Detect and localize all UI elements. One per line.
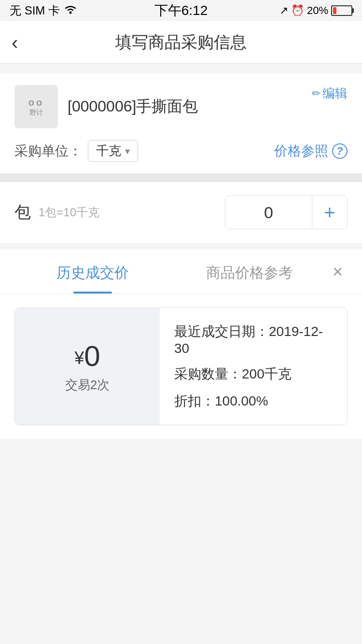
unit-select-dropdown[interactable]: 千克 ▾ bbox=[88, 140, 138, 162]
tabs-header: 历史成交价 商品价格参考 × bbox=[0, 250, 362, 294]
history-content: ¥0 交易2次 最近成交日期：2019-12-30 采购数量：200千克 折扣：… bbox=[0, 294, 362, 439]
recent-date-row: 最近成交日期：2019-12-30 bbox=[174, 322, 333, 356]
carrier-label: 无 SIM 卡 bbox=[10, 3, 60, 18]
status-left: 无 SIM 卡 bbox=[10, 3, 77, 18]
quantity-unit-label: 包 bbox=[14, 201, 31, 224]
owl-logo-icon: oo 野计 bbox=[28, 98, 44, 116]
currency-symbol: ¥ bbox=[74, 348, 84, 368]
product-thumbnail: oo 野计 bbox=[14, 85, 58, 128]
purchase-unit-label: 采购单位： bbox=[14, 142, 82, 160]
dropdown-arrow-icon: ▾ bbox=[125, 145, 130, 157]
alarm-icon: ⏰ bbox=[291, 4, 304, 17]
location-icon: ↗ bbox=[279, 4, 288, 17]
nav-bar: ‹ 填写商品采购信息 bbox=[0, 21, 362, 64]
time-label: 下午6:12 bbox=[154, 1, 208, 20]
tab-history-price[interactable]: 历史成交价 bbox=[14, 250, 171, 294]
edit-icon: ✏ bbox=[312, 87, 320, 100]
history-card: ¥0 交易2次 最近成交日期：2019-12-30 采购数量：200千克 折扣：… bbox=[14, 308, 348, 425]
svg-point-0 bbox=[70, 12, 72, 14]
unit-left: 采购单位： 千克 ▾ bbox=[14, 140, 138, 162]
price-reference-button[interactable]: 价格参照 ? bbox=[274, 142, 348, 160]
wifi-icon bbox=[64, 4, 77, 17]
product-name-block: [0000006]手撕面包 bbox=[68, 96, 198, 117]
tabs-container: 历史成交价 商品价格参考 × ¥0 交易2次 最近成交日期：2019-12-30… bbox=[0, 250, 362, 439]
quantity-row: 包 1包=10千克 0 + bbox=[0, 182, 362, 243]
tab-active-indicator bbox=[73, 292, 112, 294]
history-right-panel: 最近成交日期：2019-12-30 采购数量：200千克 折扣：100.00% bbox=[160, 308, 347, 425]
product-left: oo 野计 [0000006]手撕面包 bbox=[14, 85, 198, 128]
quantity-control: 0 + bbox=[225, 196, 348, 229]
quantity-plus-button[interactable]: + bbox=[312, 196, 347, 229]
quantity-value-display[interactable]: 0 bbox=[225, 196, 312, 229]
status-right: ↗ ⏰ 20% bbox=[279, 4, 352, 17]
battery-icon bbox=[331, 5, 352, 16]
purchase-qty-row: 采购数量：200千克 bbox=[174, 365, 333, 383]
section-divider bbox=[0, 173, 362, 182]
history-trades-count: 交易2次 bbox=[65, 377, 110, 393]
unit-select-value: 千克 bbox=[96, 142, 121, 159]
history-price-display: ¥0 bbox=[74, 339, 100, 373]
product-top-row: oo 野计 [0000006]手撕面包 ✏ 编辑 bbox=[14, 85, 348, 128]
battery-percent: 20% bbox=[307, 4, 328, 17]
main-content-area bbox=[0, 439, 362, 644]
discount-row: 折扣：100.00% bbox=[174, 392, 333, 410]
status-bar: 无 SIM 卡 下午6:12 ↗ ⏰ 20% bbox=[0, 0, 362, 21]
quantity-conversion-label: 1包=10千克 bbox=[39, 205, 99, 220]
back-button[interactable]: ‹ bbox=[12, 33, 18, 52]
purchase-unit-row: 采购单位： 千克 ▾ 价格参照 ? bbox=[14, 140, 348, 162]
product-card: oo 野计 [0000006]手撕面包 ✏ 编辑 采购单位： 千克 ▾ 价格参照 bbox=[0, 73, 362, 173]
tab-product-price-ref[interactable]: 商品价格参考 bbox=[171, 250, 327, 294]
info-icon: ? bbox=[332, 143, 348, 159]
page-title: 填写商品采购信息 bbox=[115, 31, 247, 54]
edit-button[interactable]: ✏ 编辑 bbox=[312, 85, 348, 102]
tab-close-button[interactable]: × bbox=[328, 263, 348, 280]
history-left-panel: ¥0 交易2次 bbox=[15, 308, 160, 425]
quantity-unit-block: 包 1包=10千克 bbox=[14, 201, 99, 224]
product-id: [0000006]手撕面包 bbox=[68, 98, 198, 115]
